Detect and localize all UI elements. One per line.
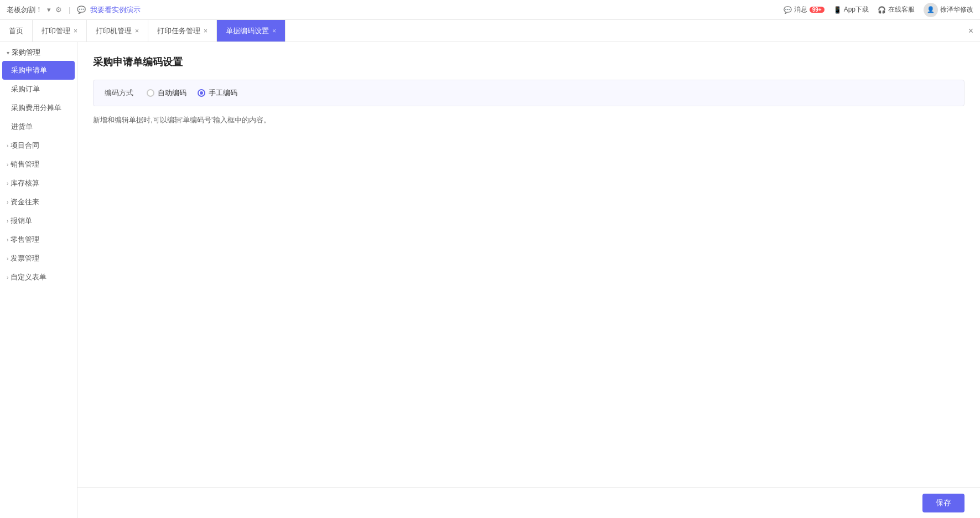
tab-printer-mgmt-label: 打印机管理: [96, 26, 132, 36]
coding-radio-group: 自动编码 手工编码: [147, 88, 237, 98]
purchase-expand-icon: ▾: [7, 50, 9, 56]
top-bar: 老板勿割！ ▾ ⚙ | 💬 我要看实例演示 💬 消息 99+ 📱 App下载 🎧…: [0, 0, 980, 20]
brand-text: 老板勿割！: [7, 5, 43, 15]
sidebar-group-sales-return[interactable]: › 报销单: [0, 211, 77, 230]
phone-icon: 📱: [833, 6, 842, 14]
coding-method-label: 编码方式: [105, 88, 133, 98]
manual-code-radio[interactable]: 手工编码: [198, 88, 237, 98]
sidebar-group-inventory[interactable]: › 库存核算: [0, 174, 77, 193]
sidebar-group-purchase-label: 采购管理: [12, 48, 40, 58]
tab-bar-end: ×: [286, 20, 980, 42]
demo-divider: |: [69, 6, 70, 14]
save-button[interactable]: 保存: [922, 494, 965, 512]
sidebar-group-capital-label: 资金往来: [11, 197, 39, 207]
online-service-label: 在线客服: [888, 5, 915, 14]
invoice-mgmt-expand-icon: ›: [7, 256, 8, 262]
auto-code-radio-circle: [147, 89, 154, 97]
sidebar-item-purchase-order[interactable]: 采购订单: [0, 80, 77, 99]
message-button[interactable]: 💬 消息 99+: [784, 5, 825, 14]
capital-expand-icon: ›: [7, 199, 8, 205]
tab-print-mgmt-close[interactable]: ×: [74, 27, 77, 35]
sidebar: ▾ 采购管理 采购申请单 采购订单 采购费用分摊单 进货单 › 项目合同 › 销…: [0, 42, 77, 518]
sidebar-item-inbound[interactable]: 进货单: [0, 117, 77, 136]
project-contract-expand-icon: ›: [7, 143, 8, 149]
sidebar-group-purchase[interactable]: ▾ 采购管理: [0, 42, 77, 61]
content-footer: 保存: [77, 487, 980, 518]
sidebar-group-retail-mgmt[interactable]: › 零售管理: [0, 230, 77, 249]
content-area: 采购申请单编码设置 编码方式 自动编码 手工编码 新增和编辑单据时,可以编辑'单…: [77, 42, 980, 518]
tab-barcode-settings-label: 单据编码设置: [226, 26, 269, 36]
sidebar-group-project-contract-label: 项目合同: [11, 141, 39, 151]
demo-icon: 💬: [77, 6, 86, 14]
sidebar-item-purchase-expense[interactable]: 采购费用分摊单: [0, 99, 77, 117]
tab-home[interactable]: 首页: [0, 20, 33, 42]
custom-form-expand-icon: ›: [7, 274, 8, 281]
tab-printer-mgmt[interactable]: 打印机管理 ×: [87, 20, 148, 42]
sidebar-item-inbound-label: 进货单: [11, 122, 33, 131]
headset-icon: 🎧: [878, 6, 886, 14]
message-label: 消息: [794, 5, 807, 14]
retail-mgmt-expand-icon: ›: [7, 237, 8, 243]
top-bar-right: 💬 消息 99+ 📱 App下载 🎧 在线客服 👤 徐泽华修改: [784, 3, 973, 17]
manual-code-radio-circle: [198, 89, 205, 97]
auto-code-radio[interactable]: 自动编码: [147, 88, 186, 98]
user-name: 徐泽华修改: [940, 5, 973, 14]
avatar: 👤: [924, 3, 938, 17]
top-bar-left: 老板勿割！ ▾ ⚙ | 💬 我要看实例演示: [7, 5, 141, 15]
tab-print-task-mgmt[interactable]: 打印任务管理 ×: [148, 20, 217, 42]
app-download-label: App下载: [844, 5, 869, 14]
sidebar-group-retail-mgmt-label: 零售管理: [11, 235, 39, 245]
dropdown-arrow-icon[interactable]: ▾: [47, 6, 51, 14]
tab-barcode-settings-close[interactable]: ×: [272, 27, 276, 35]
sidebar-item-purchase-expense-label: 采购费用分摊单: [11, 103, 61, 112]
sidebar-item-purchase-order-label: 采购订单: [11, 85, 40, 93]
sidebar-group-sales-mgmt-label: 销售管理: [11, 159, 39, 169]
sidebar-group-sales-mgmt[interactable]: › 销售管理: [0, 155, 77, 174]
content-inner: 采购申请单编码设置 编码方式 自动编码 手工编码 新增和编辑单据时,可以编辑'单…: [77, 42, 980, 487]
page-title: 采购申请单编码设置: [93, 55, 965, 69]
window-close-button[interactable]: ×: [968, 26, 973, 36]
sidebar-item-purchase-request[interactable]: 采购申请单: [2, 61, 75, 80]
sidebar-group-custom-form-label: 自定义表单: [11, 272, 46, 282]
sidebar-group-sales-return-label: 报销单: [11, 216, 32, 226]
auto-code-label: 自动编码: [158, 88, 186, 98]
sidebar-group-project-contract[interactable]: › 项目合同: [0, 136, 77, 155]
user-profile-button[interactable]: 👤 徐泽华修改: [924, 3, 973, 17]
tab-print-mgmt-label: 打印管理: [42, 26, 70, 36]
message-badge: 99+: [810, 7, 825, 13]
sidebar-item-purchase-request-label: 采购申请单: [11, 66, 47, 74]
message-icon: 💬: [784, 6, 792, 14]
inventory-expand-icon: ›: [7, 180, 8, 187]
manual-code-label: 手工编码: [209, 88, 237, 98]
sidebar-group-invoice-mgmt[interactable]: › 发票管理: [0, 249, 77, 268]
tab-home-label: 首页: [9, 26, 23, 36]
sidebar-group-custom-form[interactable]: › 自定义表单: [0, 268, 77, 287]
tab-printer-mgmt-close[interactable]: ×: [135, 27, 139, 35]
coding-section: 编码方式 自动编码 手工编码: [93, 80, 965, 106]
tab-print-task-mgmt-label: 打印任务管理: [157, 26, 200, 36]
sales-mgmt-expand-icon: ›: [7, 162, 8, 168]
hint-text: 新增和编辑单据时,可以编辑'单编码号'输入框中的内容。: [93, 115, 965, 125]
settings-icon[interactable]: ⚙: [55, 6, 62, 14]
sidebar-group-invoice-mgmt-label: 发票管理: [11, 253, 39, 263]
tab-print-mgmt[interactable]: 打印管理 ×: [33, 20, 87, 42]
tab-print-task-mgmt-close[interactable]: ×: [204, 27, 208, 35]
sidebar-group-capital[interactable]: › 资金往来: [0, 193, 77, 211]
sidebar-group-inventory-label: 库存核算: [11, 178, 39, 188]
app-download-button[interactable]: 📱 App下载: [833, 5, 869, 14]
main-layout: ▾ 采购管理 采购申请单 采购订单 采购费用分摊单 进货单 › 项目合同 › 销…: [0, 42, 980, 518]
demo-text[interactable]: 我要看实例演示: [90, 5, 141, 15]
tab-barcode-settings[interactable]: 单据编码设置 ×: [217, 20, 286, 42]
online-service-button[interactable]: 🎧 在线客服: [878, 5, 915, 14]
tab-bar: 首页 打印管理 × 打印机管理 × 打印任务管理 × 单据编码设置 × ×: [0, 20, 980, 42]
sales-return-expand-icon: ›: [7, 218, 8, 224]
